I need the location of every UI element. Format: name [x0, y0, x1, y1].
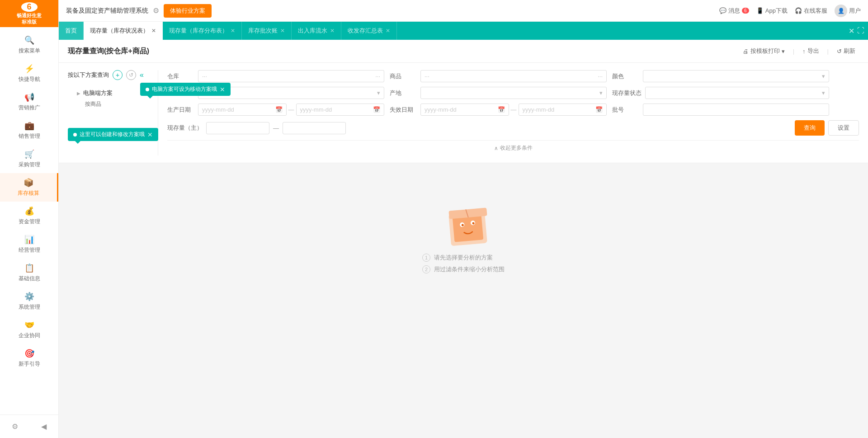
user-btn[interactable]: 👤 用户: [835, 5, 861, 17]
enterprise-icon: 🤝: [24, 320, 34, 330]
inventory-icon: 📦: [24, 178, 33, 188]
plan-tree: ▶ 电脑端方案 按商品 这里可以创建和修改方案哦 ✕: [68, 85, 151, 143]
filter-row-2: 尺码 ▾ 产地 ▾ 现存量状态: [167, 87, 859, 99]
prod-date-start-input[interactable]: yyyy-mm-dd 📅: [198, 104, 287, 116]
tab-inventory-dist[interactable]: 现存量（库存分布表） ✕: [163, 22, 242, 40]
operations-icon: 📊: [24, 235, 34, 245]
filter-buttons: 查询 设置: [795, 120, 859, 136]
tabbar: 首页 现存量（库存状况表） ✕ 现存量（库存分布表） ✕ 库存批次账 ✕ 出入库…: [59, 22, 868, 40]
app-logo: 6 畅通好生意 标准版: [0, 0, 58, 27]
notice-btn[interactable]: 💬 消息 6: [719, 7, 749, 15]
settings-bottom-btn[interactable]: ⚙: [10, 420, 20, 433]
tab-close-batch-ledger[interactable]: ✕: [280, 28, 285, 34]
tabbar-close-all-btn[interactable]: ✕: [849, 27, 854, 35]
warehouse-select[interactable]: ··· ···: [198, 70, 384, 82]
empty-step-2: 2 用过滤条件来缩小分析范围: [422, 264, 505, 275]
topbar-left: 装备及固定资产辅助管理系统 ⚙ 体验行业方案: [66, 4, 212, 18]
refresh-btn[interactable]: ↺ 刷新: [833, 45, 859, 57]
tab-close-inventory-status[interactable]: ✕: [151, 28, 156, 34]
filter-color: 颜色 ▾: [612, 70, 829, 82]
stock-qty-max-input[interactable]: [283, 122, 346, 134]
filter-goods: 商品 ··· ···: [390, 70, 607, 82]
plan-button[interactable]: 体验行业方案: [164, 4, 212, 18]
prod-date-end-input[interactable]: yyyy-mm-dd 📅: [296, 104, 385, 116]
filter-batch: 批号: [612, 104, 829, 116]
tooltip-plan-create: 这里可以创建和修改方案哦 ✕: [68, 128, 158, 141]
filter-stock-qty: 现存量（主） —: [167, 121, 384, 135]
goods-dropdown-icon: ···: [598, 73, 603, 80]
sidebar-item-guide[interactable]: 🎯 新手引导: [0, 344, 58, 372]
sidebar-item-quicknav[interactable]: ⚡ 快捷导航: [0, 59, 58, 88]
marketing-icon: 📢: [24, 92, 34, 102]
download-btn[interactable]: 📱 App下载: [756, 7, 788, 15]
export-btn[interactable]: ↑ 导出: [799, 45, 823, 57]
sidebar-bottom: ⚙ ◀: [0, 414, 58, 438]
tab-close-flow[interactable]: ✕: [330, 28, 335, 34]
tooltip2-close-btn[interactable]: ✕: [147, 131, 153, 138]
topbar-setting-icon[interactable]: ⚙: [153, 6, 159, 15]
color-select[interactable]: ▾: [643, 70, 829, 82]
filter-fields: 仓库 ··· ··· 商品 ··· ··· 颜色: [167, 70, 859, 155]
tab-summary[interactable]: 收发存汇总表 ✕: [341, 22, 397, 40]
expire-date-start-cal-icon: 📅: [498, 106, 505, 113]
color-chevron-icon: ▾: [822, 73, 825, 80]
sidebar-item-search[interactable]: 🔍 搜索菜单: [0, 31, 58, 59]
sidebar-item-inventory[interactable]: 📦 库存核算: [0, 173, 58, 202]
sales-icon: 💼: [24, 121, 34, 131]
tooltip1-close-btn[interactable]: ✕: [220, 86, 225, 93]
sidebar-item-sales[interactable]: 💼 销售管理: [0, 116, 58, 145]
empty-text: 1 请先选择要分析的方案 2 用过滤条件来缩小分析范围: [422, 252, 505, 275]
sidebar-item-enterprise[interactable]: 🤝 企业协同: [0, 316, 58, 344]
plan-tree-item-pc[interactable]: ▶ 电脑端方案: [68, 87, 151, 99]
filter-row-3: 生产日期 yyyy-mm-dd 📅 — yyyy-mm-dd 📅 失效日期: [167, 104, 859, 116]
filter-prod-date: 生产日期 yyyy-mm-dd 📅 — yyyy-mm-dd 📅: [167, 104, 384, 116]
batch-input[interactable]: [643, 104, 829, 116]
sidebar-item-basics[interactable]: 📋 基础信息: [0, 259, 58, 287]
filter-back-btn[interactable]: «: [140, 71, 144, 79]
tab-close-summary[interactable]: ✕: [386, 28, 390, 34]
purchase-icon: 🛒: [24, 149, 34, 159]
tabbar-fullscreen-btn[interactable]: ⛶: [857, 27, 864, 35]
filter-add-plan-btn[interactable]: +: [113, 70, 123, 80]
prod-date-start-cal-icon: 📅: [275, 106, 283, 113]
tab-inventory-status[interactable]: 现存量（库存状况表） ✕: [84, 22, 163, 40]
refresh-icon: ↺: [837, 48, 842, 55]
tab-flow[interactable]: 出入库流水 ✕: [292, 22, 341, 40]
sidebar-item-finance[interactable]: 💰 资金管理: [0, 202, 58, 230]
sidebar-item-marketing[interactable]: 📢 营销推广: [0, 88, 58, 116]
print-template-btn[interactable]: 🖨 按模板打印 ▾: [739, 45, 788, 57]
search-icon: 🔍: [24, 35, 34, 45]
tab-close-inventory-dist[interactable]: ✕: [231, 28, 235, 34]
sidebar-item-purchase[interactable]: 🛒 采购管理: [0, 145, 58, 173]
tab-home[interactable]: 首页: [59, 22, 84, 40]
system-name: 装备及固定资产辅助管理系统: [66, 7, 148, 15]
prod-date-end-cal-icon: 📅: [373, 106, 380, 113]
expire-date-end-input[interactable]: yyyy-mm-dd 📅: [519, 104, 607, 116]
page-actions: 🖨 按模板打印 ▾ | ↑ 导出 | ↺ 刷新: [739, 45, 859, 57]
filter-collapse-bar[interactable]: ∧ 收起更多条件: [167, 140, 859, 155]
reset-button[interactable]: 设置: [828, 120, 859, 136]
goods-select[interactable]: ··· ···: [420, 70, 607, 82]
filter-header: 按以下方案查询 + ↺ «: [68, 70, 151, 80]
page-title: 现存量查询(按仓库+商品): [68, 47, 149, 56]
topbar-right: 💬 消息 6 📱 App下载 🎧 在线客服 👤 用户: [719, 5, 861, 17]
size-chevron-icon: ▾: [377, 89, 380, 96]
sidebar-item-system[interactable]: ⚙️ 系统管理: [0, 287, 58, 316]
svg-rect-1: [453, 214, 484, 242]
search-button[interactable]: 查询: [795, 120, 825, 136]
stock-status-select[interactable]: ▾: [645, 87, 829, 99]
collapse-sidebar-btn[interactable]: ◀: [39, 420, 48, 433]
tree-expand-icon: ▶: [77, 91, 80, 96]
sidebar-item-operations[interactable]: 📊 经营管理: [0, 230, 58, 259]
origin-select[interactable]: ▾: [420, 87, 607, 99]
support-btn[interactable]: 🎧 在线客服: [795, 7, 827, 15]
filter-origin: 产地 ▾: [390, 87, 607, 99]
expire-date-start-input[interactable]: yyyy-mm-dd 📅: [420, 104, 509, 116]
tab-batch-ledger[interactable]: 库存批次账 ✕: [242, 22, 292, 40]
stock-qty-min-input[interactable]: [206, 122, 269, 134]
plan-tree-sub-item-goods[interactable]: 按商品: [81, 99, 151, 109]
empty-state: 1 请先选择要分析的方案 2 用过滤条件来缩小分析范围: [59, 163, 868, 311]
filter-refresh-btn[interactable]: ↺: [126, 70, 136, 80]
origin-chevron-icon: ▾: [599, 89, 603, 96]
empty-step-1: 1 请先选择要分析的方案: [422, 252, 505, 264]
